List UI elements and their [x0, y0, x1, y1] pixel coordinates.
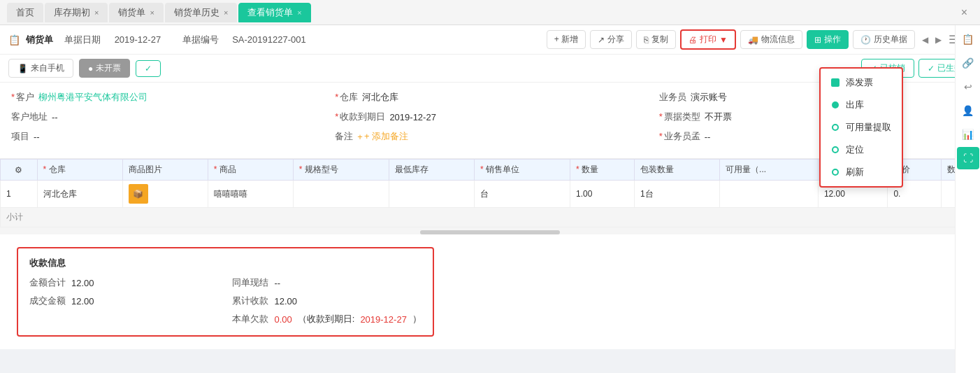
payment-container: 收款信息 金额合计 12.00 同单现结 -- 成交金额 12.00 累计收款 … [0, 234, 980, 349]
doc-icon: 📋 [8, 34, 20, 45]
share-icon: ↗ [598, 35, 605, 45]
new-button[interactable]: + 新增 [547, 30, 586, 49]
tab-view-sales[interactable]: 查看销货单 × [238, 3, 310, 22]
salesperson-field: 业务员 演示账号 [659, 91, 969, 104]
dropdown-add-invoice[interactable]: 添发票 [821, 71, 902, 94]
add-note-button[interactable]: + + 添加备注 [357, 130, 408, 143]
copy-icon: ⎘ [644, 35, 649, 45]
copy-button[interactable]: ⎘ 复制 [636, 30, 676, 49]
locate-label: 定位 [846, 143, 864, 156]
from-phone-button[interactable]: 📱 来自手机 [8, 59, 73, 78]
sidebar-return-icon[interactable]: ↩ [957, 76, 979, 98]
address-field: 客户地址 -- [11, 111, 321, 123]
next-arrow[interactable]: ▶ [932, 34, 944, 46]
arrears-row: 本单欠款 0.00 （收款到期日: 2019-12-27 ） [232, 311, 421, 327]
same-order-value: -- [274, 278, 280, 288]
window-close-button[interactable]: × [956, 6, 973, 19]
transaction-label: 成交金额 [29, 295, 66, 307]
outbound-label: 出库 [846, 99, 864, 111]
project-label: 项目 [11, 130, 29, 143]
address-value: -- [52, 112, 58, 122]
tab-inventory-close[interactable]: × [94, 8, 99, 17]
print-button[interactable]: 🖨 打印 ▼ [680, 29, 736, 50]
tab-inventory-label: 库存期初 [54, 6, 90, 19]
col-product: * 商品 [208, 160, 293, 181]
arrears-value: 0.00 [274, 314, 291, 325]
tab-sales-order[interactable]: 销货单 × [109, 3, 163, 22]
customer-field: 客户 柳州粤港平安气体有限公司 [11, 91, 321, 104]
sidebar-doc-icon[interactable]: 📋 [957, 28, 979, 50]
dropdown-locate[interactable]: 定位 [821, 139, 902, 161]
share-button[interactable]: ↗ 分享 [590, 30, 632, 49]
ticket-type-label: 票据类型 [659, 111, 700, 123]
tab-inventory-init[interactable]: 库存期初 × [45, 3, 108, 22]
dropdown-refresh[interactable]: 刷新 [821, 161, 902, 183]
history-icon: 🕐 [860, 35, 871, 45]
doc-meta: 单据日期 2019-12-27 单据编号 SA-20191227-001 [64, 34, 317, 46]
refresh-icon [830, 167, 840, 177]
nav-arrows: ◀ ▶ [919, 34, 944, 46]
row-sales-unit: 台 [474, 181, 570, 208]
logistics-button[interactable]: 🚚 物流信息 [740, 30, 802, 49]
warehouse-label: 仓库 [335, 91, 358, 104]
outbound-icon [830, 100, 840, 110]
due-date-value: 2019-12-27 [389, 112, 436, 122]
tab-sales-history[interactable]: 销货单历史 × [165, 3, 237, 22]
row-quantity: 1.00 [570, 181, 634, 208]
tab-home-label: 首页 [16, 6, 34, 19]
ticket-type-field: 票据类型 不开票 [659, 111, 969, 123]
col-min-stock: 最低库存 [389, 160, 474, 181]
salesperson2-label: 业务员孟 [659, 130, 700, 143]
tab-home[interactable]: 首页 [7, 3, 43, 22]
row-warehouse: 河北仓库 [37, 181, 122, 208]
project-value: -- [34, 132, 40, 142]
transaction-row: 成交金额 12.00 [29, 293, 218, 309]
operate-icon: ⊞ [814, 35, 821, 45]
note-label: 备注 [335, 130, 353, 143]
sidebar-chart-icon[interactable]: 📊 [957, 123, 979, 146]
address-label: 客户地址 [11, 111, 48, 123]
col-settings[interactable]: ⚙ [1, 160, 38, 181]
scroll-bar[interactable] [420, 230, 560, 234]
prev-arrow[interactable]: ◀ [919, 34, 931, 46]
col-quantity: * 数量 [570, 160, 634, 181]
salesperson-value: 演示账号 [691, 91, 727, 104]
check-icon-btn[interactable]: ✓ [136, 60, 161, 77]
operate-button[interactable]: ⊞ 操作 [807, 30, 849, 49]
tab-sales-close[interactable]: × [150, 8, 154, 17]
warehouse-field: 仓库 河北仓库 [335, 91, 644, 104]
sidebar-user-icon[interactable]: 👤 [957, 99, 979, 122]
amount-total-row: 金额合计 12.00 [29, 275, 218, 290]
row-product-img: 📦 [122, 181, 208, 208]
operate-dropdown: 添发票 出库 可用量提取 定位 刷新 [819, 67, 903, 188]
sidebar-expand-icon[interactable]: ⛶ [957, 147, 979, 169]
dropdown-available-qty[interactable]: 可用量提取 [821, 116, 902, 139]
arrears-end: ） [412, 313, 421, 325]
payment-title: 收款信息 [29, 257, 421, 269]
tab-view-label: 查看销货单 [247, 6, 293, 19]
toolbar-right: + 新增 ↗ 分享 ⎘ 复制 🖨 打印 ▼ 🚚 物流信息 ⊞ 操作 [547, 29, 972, 50]
col-spec: * 规格型号 [293, 160, 389, 181]
tab-history-close[interactable]: × [224, 8, 228, 17]
product-thumbnail: 📦 [129, 184, 148, 204]
tab-view-close[interactable]: × [297, 8, 301, 17]
toolbar: 📋 销货单 单据日期 2019-12-27 单据编号 SA-20191227-0… [0, 25, 980, 55]
row-spec [293, 181, 389, 208]
row-product: 嘻嘻嘻嘻 [208, 181, 293, 208]
available-qty-icon [830, 122, 840, 132]
customer-value[interactable]: 柳州粤港平安气体有限公司 [38, 91, 147, 104]
ticket-type-value: 不开票 [705, 111, 732, 123]
amount-total-label: 金额合计 [29, 276, 66, 289]
refresh-label: 刷新 [846, 166, 864, 178]
customer-label: 客户 [11, 91, 34, 104]
not-open-button[interactable]: ● 未开票 [79, 59, 130, 78]
ticket-icon: ● [88, 64, 93, 73]
arrears-note: （收款到期日: [298, 313, 355, 325]
row-available [720, 181, 819, 208]
cumulative-row: 累计收款 12.00 [232, 293, 421, 309]
dropdown-outbound[interactable]: 出库 [821, 94, 902, 116]
tab-bar: 首页 库存期初 × 销货单 × 销货单历史 × 查看销货单 × × [0, 0, 980, 25]
sidebar-link-icon[interactable]: 🔗 [957, 52, 979, 74]
history-button[interactable]: 🕐 历史单据 [853, 30, 915, 49]
right-sidebar: 📋 🔗 ↩ 👤 📊 ⛶ [955, 25, 980, 349]
